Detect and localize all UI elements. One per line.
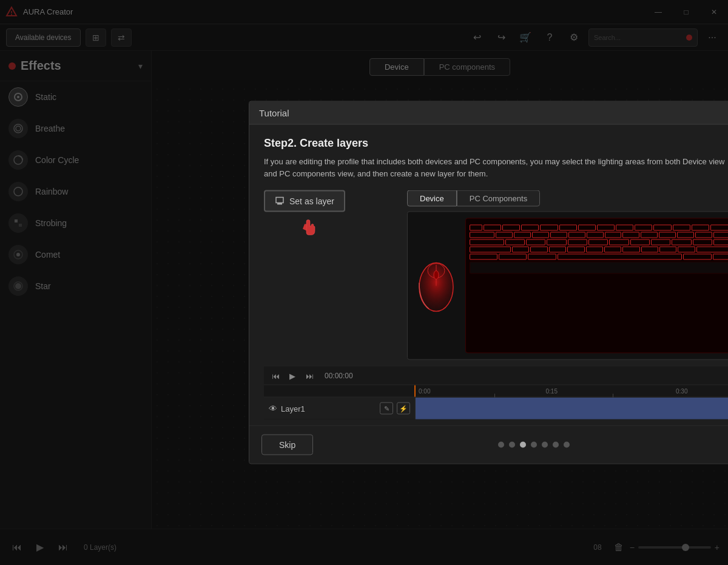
svg-point-20: [434, 270, 439, 279]
set-as-layer-button[interactable]: Set as layer: [264, 190, 345, 212]
dot-5: [542, 442, 548, 448]
step-title: Step2. Create layers: [264, 137, 728, 150]
timeline-to-start-button[interactable]: ⏮: [269, 369, 282, 383]
dot-7: [564, 442, 570, 448]
dot-4: [531, 442, 537, 448]
tutorial-modal: Tutorial Step2. Create layers If you are…: [0, 0, 728, 565]
timeline-section: ⏮ ▶ ⏭ 00:00:00 0:00 0:15 0:30: [264, 366, 728, 420]
tutorial-device-tab[interactable]: Device: [407, 190, 457, 207]
dot-6: [553, 442, 559, 448]
timeline-play-button[interactable]: ▶: [286, 369, 299, 383]
tutorial-content: Set as layer Device PC: [264, 190, 728, 360]
svg-rect-15: [276, 198, 283, 203]
tutorial-dialog: Tutorial Step2. Create layers If you are…: [249, 101, 728, 464]
dot-3: [520, 442, 526, 448]
timeline-controls: ⏮ ▶ ⏭ 00:00:00: [264, 367, 728, 386]
layer-effect-button[interactable]: ⚡: [397, 403, 410, 415]
tutorial-right-panel: Device PC Components: [407, 190, 728, 360]
dot-2: [509, 442, 515, 448]
tutorial-footer: Skip Next: [249, 426, 728, 464]
layer-row: 👁 Layer1 ✎ ⚡: [264, 398, 728, 420]
keyboard-preview: ROG: [465, 218, 728, 353]
layer-visibility-toggle[interactable]: 👁: [269, 404, 277, 413]
device-preview: ROG: [407, 212, 728, 360]
layer-info: 👁 Layer1 ✎ ⚡: [264, 398, 416, 420]
tutorial-titlebar: Tutorial: [249, 102, 728, 125]
pagination-dots: [498, 442, 570, 448]
layer-track[interactable]: [416, 398, 728, 420]
layer-name-label: Layer1: [281, 404, 376, 413]
cursor-hand-icon: [300, 216, 318, 238]
timeline-ruler: 0:00 0:15 0:30: [264, 386, 728, 398]
step-description: If you are editing the profile that incl…: [264, 156, 728, 179]
tutorial-left-panel: Set as layer: [264, 190, 397, 360]
timecode-display: 00:00:00: [325, 372, 353, 380]
layer-edit-button[interactable]: ✎: [380, 403, 393, 415]
tutorial-pc-components-tab[interactable]: PC Components: [457, 190, 540, 207]
timeline-to-end-button[interactable]: ⏭: [303, 369, 316, 383]
dot-1: [498, 442, 504, 448]
svg-rect-16: [277, 203, 282, 205]
tutorial-body: Step2. Create layers If you are editing …: [249, 125, 728, 426]
mouse-preview: [414, 255, 459, 316]
tutorial-view-tabs: Device PC Components: [407, 190, 728, 207]
skip-button[interactable]: Skip: [261, 435, 313, 455]
